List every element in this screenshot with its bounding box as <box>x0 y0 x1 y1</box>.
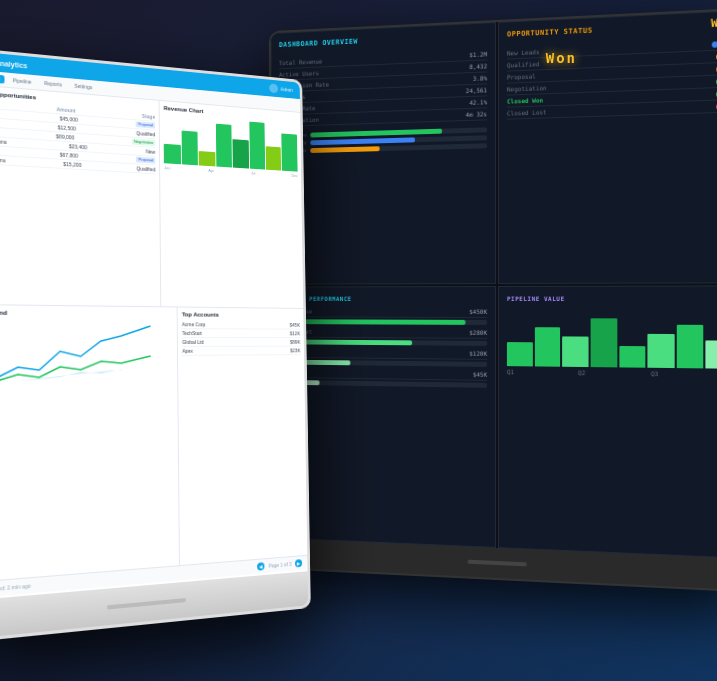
row-label: Proposal <box>507 72 536 80</box>
stand-bar <box>467 560 526 567</box>
account-value: $12K <box>290 331 300 337</box>
bar-q4 <box>590 318 616 367</box>
panel-bottom-right: PIPELINE VALUE Q1 Q2 Q3 Q4 <box>498 285 717 558</box>
account-value: $89K <box>290 339 300 345</box>
bar-row <box>279 380 487 388</box>
content-top: Recent Opportunities Name Amount Stage A… <box>0 84 303 309</box>
cell-amount: $15,200 <box>63 161 81 168</box>
opportunities-section: Recent Opportunities Name Amount Stage A… <box>0 84 161 306</box>
mini-bar-item <box>233 139 249 168</box>
dark-row-midmarket: Mid-Market $280K <box>279 326 487 339</box>
avatar <box>269 83 278 93</box>
bar-q8 <box>706 340 717 368</box>
monitor-front-screen: CRM Analytics Admin Overview Pipeline Re… <box>0 50 308 601</box>
accounts-section: Top Accounts Acme Corp $45K TechStart $1… <box>178 308 307 566</box>
row-value: 4m 32s <box>466 110 487 118</box>
mini-bar-item <box>181 131 198 166</box>
cell-amount: $45,000 <box>59 115 77 122</box>
row-value: $450K <box>469 308 487 315</box>
won-label: Won <box>711 16 717 31</box>
trend-svg <box>0 320 174 384</box>
app-title: CRM Analytics <box>0 57 27 69</box>
dark-row-enterprise: Enterprise $450K <box>279 306 487 318</box>
tab-pipeline[interactable]: Pipeline <box>9 76 36 86</box>
mini-bar-item <box>249 122 265 170</box>
chart-label: Dec <box>291 173 297 178</box>
cell-amount: $12,500 <box>58 124 76 131</box>
dark-row-startup: Startup $45K <box>279 366 487 381</box>
row-label: Negotiation <box>507 84 547 93</box>
bar-track <box>279 319 487 325</box>
account-name: Acme Corp <box>182 321 206 327</box>
tab-settings[interactable]: Settings <box>70 81 96 91</box>
row-value: 3.8% <box>473 74 487 82</box>
app-content: Recent Opportunities Name Amount Stage A… <box>0 84 307 582</box>
tab-overview[interactable]: Overview <box>0 73 4 84</box>
account-name: Global Ltd <box>182 339 204 345</box>
row-value: 8,432 <box>469 62 487 70</box>
bar-chart <box>507 306 717 369</box>
cell-amount: $67,800 <box>60 152 78 159</box>
account-row: Global Ltd $89K <box>182 338 300 347</box>
panel-bottom-right-header: PIPELINE VALUE <box>507 295 717 302</box>
dark-row-smb: SMB $120K <box>279 346 487 360</box>
panel-top-right: OPPORTUNITY STATUS New Leads 142 Qualifi… <box>498 10 717 284</box>
row-label: New Leads <box>507 48 539 56</box>
bar-track <box>279 380 487 388</box>
bar-track <box>279 339 487 345</box>
won-overlay-text: Won <box>546 50 577 66</box>
bar-q6 <box>648 334 675 368</box>
cell-stage: New <box>146 148 156 154</box>
chart-x-label: Q3 <box>651 370 659 377</box>
prev-arrow: ◀ <box>259 563 263 569</box>
bar-q1 <box>507 342 533 366</box>
account-value: $45K <box>290 322 300 328</box>
cell-stage: Qualified <box>136 130 155 137</box>
mini-bar-item <box>164 144 181 164</box>
cell-amount: $23,400 <box>69 143 87 150</box>
row-value: $120K <box>469 350 487 357</box>
account-name: TechStart <box>182 330 202 336</box>
cell-name: Delta Systems <box>0 155 6 163</box>
account-value: $23K <box>290 348 300 354</box>
monitor-back-screen: DASHBOARD OVERVIEW Total Revenue $1.2M A… <box>271 10 717 559</box>
stand-bar <box>107 598 186 610</box>
bar-row <box>279 319 487 325</box>
mini-bar-item <box>199 151 215 166</box>
cell-name: Apex Solutions <box>0 137 7 146</box>
user-label: Admin <box>280 86 292 93</box>
row-label: Closed Lost <box>507 108 547 116</box>
cell-amount: $89,000 <box>56 133 74 140</box>
cell-stage: Qualified <box>136 165 155 172</box>
bar-fill <box>310 146 379 153</box>
revenue-chart-section: Revenue Chart Jan <box>160 101 303 308</box>
monitor-front: CRM Analytics Admin Overview Pipeline Re… <box>0 47 311 643</box>
trend-line-blue <box>0 325 151 378</box>
data-table: Name Amount Stage Acme Corp $45,000 Prop… <box>0 98 156 174</box>
tab-reports[interactable]: Reports <box>40 79 66 89</box>
footer-left: Last updated: 2 min ago <box>0 582 31 593</box>
bar-q2 <box>535 327 561 367</box>
account-name: Apex <box>182 348 193 354</box>
panel-bottom-left-header: ACCOUNT PERFORMANCE <box>279 295 487 302</box>
row-label: Closed Won <box>507 96 543 104</box>
footer-right: Page 1 of 3 <box>268 561 291 569</box>
col-header-amount: Amount <box>56 106 75 114</box>
bar-row <box>279 339 487 345</box>
row-label: Qualified <box>507 60 539 68</box>
chart-label: Jul <box>251 171 256 176</box>
chart-label: Jan <box>164 165 170 170</box>
row-value: $45K <box>473 371 487 378</box>
mini-bar-item <box>216 124 232 168</box>
page-nav-next[interactable]: ▶ <box>295 559 302 567</box>
next-arrow: ▶ <box>297 560 301 566</box>
account-row: TechStart $12K <box>182 329 300 338</box>
page-nav-prev[interactable]: ◀ <box>257 562 264 570</box>
chart-x-label: Q2 <box>578 369 585 376</box>
panel-top-right-header: OPPORTUNITY STATUS <box>507 26 593 38</box>
accounts-title: Top Accounts <box>182 311 300 318</box>
chart-label: Apr <box>208 168 214 173</box>
account-row: Acme Corp $45K <box>182 320 300 329</box>
row-label: Total Revenue <box>279 58 322 67</box>
row-value: 42.1% <box>469 98 487 106</box>
